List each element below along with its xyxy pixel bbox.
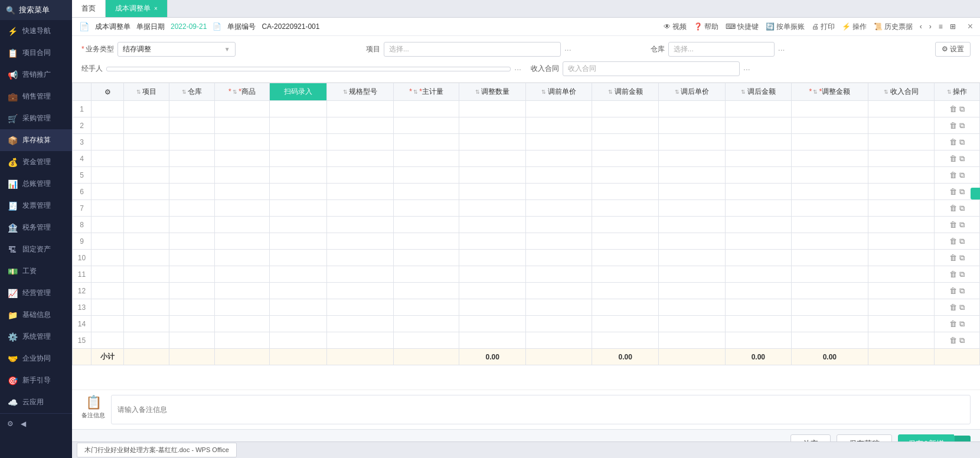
cell-project[interactable] (124, 134, 169, 151)
copy-icon[interactable]: ⧉ (959, 303, 965, 312)
cell-settings[interactable] (92, 184, 124, 200)
cell-after_price[interactable] (659, 217, 726, 233)
cell-product[interactable] (214, 217, 270, 233)
cell-before_price[interactable] (525, 283, 592, 299)
cell-settings[interactable] (92, 167, 124, 184)
cell-scan[interactable] (270, 134, 327, 151)
delete-icon[interactable]: 🗑 (949, 104, 957, 113)
cell-scan[interactable] (270, 117, 327, 134)
cell-adjust_amount[interactable] (792, 266, 868, 283)
warehouse-dots[interactable]: ··· (778, 45, 785, 54)
cell-after_amount[interactable] (725, 117, 792, 134)
cell-after_price[interactable] (659, 299, 726, 316)
sidebar-item-tax[interactable]: 🏦税务管理 (0, 217, 72, 238)
cell-income_contract[interactable] (868, 151, 935, 167)
copy-icon[interactable]: ⧉ (959, 286, 965, 296)
cell-project[interactable] (124, 299, 169, 316)
cell-scan[interactable] (270, 299, 327, 316)
sidebar-item-invoice[interactable]: 🧾发票管理 (0, 195, 72, 217)
cell-spec[interactable] (327, 217, 394, 233)
cell-scan[interactable] (270, 101, 327, 117)
cell-spec[interactable] (327, 200, 394, 217)
cell-warehouse[interactable] (169, 151, 214, 167)
handler-dots[interactable]: ··· (514, 64, 521, 74)
cell-after_amount[interactable] (725, 299, 792, 316)
copy-icon[interactable]: ⧉ (959, 336, 965, 345)
cell-after_amount[interactable] (725, 184, 792, 200)
cell-spec[interactable] (327, 117, 394, 134)
cell-after_price[interactable] (659, 233, 726, 250)
cell-after_price[interactable] (659, 101, 726, 117)
cell-unit[interactable] (393, 167, 459, 184)
cell-after_amount[interactable] (725, 101, 792, 117)
cell-after_price[interactable] (659, 332, 726, 349)
cell-before_price[interactable] (525, 151, 592, 167)
cell-product[interactable] (214, 117, 270, 134)
cell-after_amount[interactable] (725, 316, 792, 332)
cell-before_amount[interactable] (592, 316, 659, 332)
cell-unit[interactable] (393, 233, 459, 250)
cell-before_amount[interactable] (592, 151, 659, 167)
cell-project[interactable] (124, 266, 169, 283)
view-btn[interactable]: 👁 视频 (664, 22, 687, 32)
cell-project[interactable] (124, 167, 169, 184)
cell-product[interactable] (214, 151, 270, 167)
cell-adjust_amount[interactable] (792, 217, 868, 233)
cell-income_contract[interactable] (868, 200, 935, 217)
cell-income_contract[interactable] (868, 184, 935, 200)
settings-icon[interactable]: ⚙ (7, 420, 14, 428)
sidebar-item-quick-nav[interactable]: ⚡快速导航 (0, 20, 72, 42)
cell-warehouse[interactable] (169, 283, 214, 299)
cell-adjust_qty[interactable] (459, 332, 526, 349)
copy-icon[interactable]: ⧉ (959, 138, 965, 147)
cell-adjust_qty[interactable] (459, 184, 526, 200)
cell-unit[interactable] (393, 151, 459, 167)
copy-icon[interactable]: ⧉ (959, 187, 965, 197)
cell-settings[interactable] (92, 316, 124, 332)
tab-close-icon[interactable]: × (154, 5, 158, 12)
cell-project[interactable] (124, 332, 169, 349)
copy-icon[interactable]: ⧉ (959, 154, 965, 163)
cell-after_price[interactable] (659, 117, 726, 134)
operations-btn[interactable]: ⚡ 操作 (842, 22, 867, 32)
cell-scan[interactable] (270, 167, 327, 184)
copy-icon[interactable]: ⧉ (959, 253, 965, 263)
cell-after_amount[interactable] (725, 233, 792, 250)
cell-income_contract[interactable] (868, 332, 935, 349)
project-dots[interactable]: ··· (564, 45, 571, 54)
cell-project[interactable] (124, 101, 169, 117)
cell-settings[interactable] (92, 233, 124, 250)
sidebar-item-fixed-assets[interactable]: 🏗固定资产 (0, 238, 72, 260)
cell-income_contract[interactable] (868, 266, 935, 283)
cell-before_price[interactable] (525, 332, 592, 349)
copy-icon[interactable]: ⧉ (959, 319, 965, 329)
cell-income_contract[interactable] (868, 101, 935, 117)
cell-spec[interactable] (327, 299, 394, 316)
cell-before_amount[interactable] (592, 299, 659, 316)
cell-spec[interactable] (327, 184, 394, 200)
cell-income_contract[interactable] (868, 117, 935, 134)
cell-warehouse[interactable] (169, 134, 214, 151)
cell-warehouse[interactable] (169, 184, 214, 200)
next-btn[interactable]: › (929, 22, 932, 31)
cell-warehouse[interactable] (169, 117, 214, 134)
income-contract-dots[interactable]: ··· (743, 64, 750, 74)
window-close-btn[interactable]: × (968, 21, 973, 32)
delete-icon[interactable]: 🗑 (949, 138, 957, 146)
cell-warehouse[interactable] (169, 167, 214, 184)
cell-adjust_qty[interactable] (459, 101, 526, 117)
cell-before_amount[interactable] (592, 250, 659, 266)
cell-adjust_qty[interactable] (459, 117, 526, 134)
cell-scan[interactable] (270, 151, 327, 167)
right-edge-tab[interactable] (971, 188, 980, 199)
cell-settings[interactable] (92, 332, 124, 349)
help-btn[interactable]: ❓ 帮助 (694, 22, 718, 32)
cell-scan[interactable] (270, 332, 327, 349)
cell-after_amount[interactable] (725, 266, 792, 283)
cell-unit[interactable] (393, 200, 459, 217)
cell-before_price[interactable] (525, 217, 592, 233)
cell-adjust_amount[interactable] (792, 299, 868, 316)
delete-icon[interactable]: 🗑 (949, 237, 957, 246)
cell-unit[interactable] (393, 316, 459, 332)
cell-before_price[interactable] (525, 117, 592, 134)
